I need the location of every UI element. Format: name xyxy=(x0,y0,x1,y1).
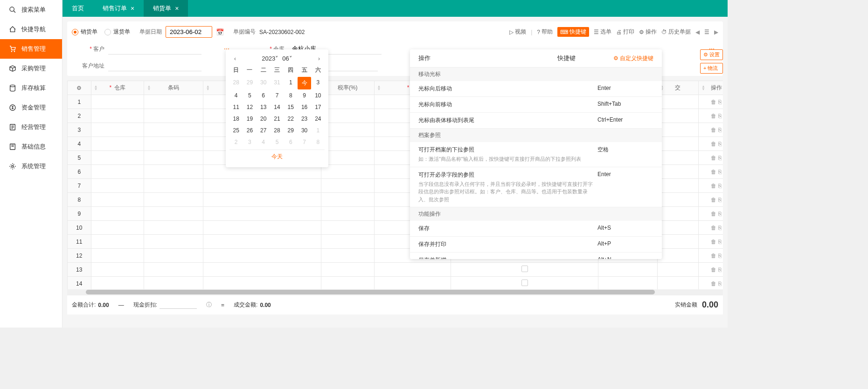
calendar-day[interactable]: 24 xyxy=(312,113,325,124)
calendar-day[interactable]: 27 xyxy=(257,125,270,136)
table-cell[interactable] xyxy=(321,207,374,221)
gift-checkbox[interactable] xyxy=(521,266,528,272)
table-cell[interactable] xyxy=(321,277,374,291)
table-cell[interactable] xyxy=(598,277,657,291)
calendar-day[interactable]: 9 xyxy=(298,90,311,101)
table-cell[interactable] xyxy=(374,263,451,277)
table-cell[interactable] xyxy=(203,235,321,249)
copy-icon[interactable]: ⎘ xyxy=(718,253,722,259)
calendar-day[interactable]: 8 xyxy=(312,136,325,148)
table-cell[interactable] xyxy=(144,193,203,207)
table-cell[interactable] xyxy=(91,137,144,151)
table-cell[interactable] xyxy=(321,109,374,123)
calendar-day[interactable]: 20 xyxy=(257,113,270,124)
calendar-icon[interactable]: 📅 xyxy=(216,28,224,36)
sidebar-item-sales[interactable]: 销售管理 xyxy=(0,39,62,59)
table-cell[interactable] xyxy=(321,179,374,193)
gift-checkbox[interactable] xyxy=(521,280,528,286)
calendar-day[interactable]: 7 xyxy=(271,90,284,101)
table-cell[interactable] xyxy=(91,165,144,179)
calendar-day[interactable]: 29 xyxy=(243,77,256,89)
help-icon[interactable]: ⓘ xyxy=(206,301,212,309)
close-icon[interactable]: × xyxy=(131,5,134,12)
table-cell[interactable] xyxy=(144,221,203,235)
copy-icon[interactable]: ⎘ xyxy=(718,99,722,105)
calendar-day[interactable]: 3 xyxy=(312,77,325,89)
copy-icon[interactable]: ⎘ xyxy=(718,155,722,161)
calendar-day[interactable]: 19 xyxy=(243,113,256,124)
delete-icon[interactable]: 🗑 xyxy=(711,197,716,203)
calendar-day[interactable]: 16 xyxy=(298,102,311,113)
calendar-day[interactable]: 6 xyxy=(257,90,270,101)
calendar-day[interactable]: 10 xyxy=(312,90,325,101)
calendar-day[interactable]: 2 xyxy=(229,136,243,148)
toolbar-operate[interactable]: ⚙操作 xyxy=(639,28,657,36)
table-cell[interactable] xyxy=(203,193,321,207)
table-cell[interactable] xyxy=(657,235,699,249)
calendar-day[interactable]: 29 xyxy=(284,125,297,136)
table-cell[interactable] xyxy=(91,249,144,263)
table-cell[interactable] xyxy=(657,193,699,207)
tab-sales-invoice[interactable]: 销货单× xyxy=(144,0,188,17)
table-cell[interactable] xyxy=(144,207,203,221)
table-cell[interactable] xyxy=(203,207,321,221)
calendar-day[interactable]: 17 xyxy=(312,102,325,113)
table-cell[interactable] xyxy=(657,123,699,137)
delete-icon[interactable]: 🗑 xyxy=(711,127,716,133)
today-button[interactable]: 今天 xyxy=(229,150,325,164)
toolbar-select[interactable]: ☰选单 xyxy=(594,28,611,36)
table-cell[interactable] xyxy=(144,151,203,165)
toolbar-list[interactable]: ☰ xyxy=(704,29,709,35)
calendar-day[interactable]: 26 xyxy=(243,125,256,136)
logistics-button[interactable]: + 物流 xyxy=(700,63,723,74)
copy-icon[interactable]: ⎘ xyxy=(718,225,722,231)
prev-month-button[interactable]: ‹ xyxy=(231,55,239,62)
calendar-day[interactable]: 25 xyxy=(229,125,243,136)
sort-icon[interactable]: ▲▼ xyxy=(377,85,381,91)
customize-shortcut-button[interactable]: ⚙自定义快捷键 xyxy=(613,55,653,62)
sort-icon[interactable]: ▲▼ xyxy=(147,85,151,91)
copy-icon[interactable]: ⎘ xyxy=(718,183,722,189)
copy-icon[interactable]: ⎘ xyxy=(718,211,722,217)
sidebar-item-search[interactable]: 搜索菜单 xyxy=(0,0,62,20)
delete-icon[interactable]: 🗑 xyxy=(711,225,716,231)
table-cell[interactable] xyxy=(91,221,144,235)
table-cell[interactable] xyxy=(598,263,657,277)
table-row[interactable]: 13🗑⎘ xyxy=(68,263,723,277)
table-cell[interactable] xyxy=(657,263,699,277)
radio-sale[interactable]: 销货单 xyxy=(72,28,97,36)
settings-button[interactable]: ⚙ 设置 xyxy=(700,49,723,60)
tab-sales-order[interactable]: 销售订单× xyxy=(93,0,144,17)
cash-discount-input[interactable] xyxy=(160,301,197,309)
table-cell[interactable] xyxy=(321,123,374,137)
year-select[interactable]: 2023˅ xyxy=(262,55,278,62)
calendar-day[interactable]: 13 xyxy=(257,102,270,113)
toolbar-prev[interactable]: ◀ xyxy=(695,29,700,35)
table-cell[interactable] xyxy=(144,95,203,109)
copy-icon[interactable]: ⎘ xyxy=(718,197,722,203)
sort-icon[interactable]: ▲▼ xyxy=(94,85,98,91)
table-cell[interactable] xyxy=(657,95,699,109)
delete-icon[interactable]: 🗑 xyxy=(711,211,716,217)
calendar-day[interactable]: 30 xyxy=(257,77,270,89)
table-cell[interactable] xyxy=(321,263,374,277)
radio-return[interactable]: 退货单 xyxy=(104,28,130,36)
calendar-day[interactable]: 5 xyxy=(271,136,284,148)
calendar-day[interactable]: 3 xyxy=(243,136,256,148)
copy-icon[interactable]: ⎘ xyxy=(718,127,722,133)
table-cell[interactable] xyxy=(657,277,699,291)
calendar-day[interactable]: 今 xyxy=(298,77,311,89)
calendar-day[interactable]: 4 xyxy=(229,90,243,101)
table-cell[interactable] xyxy=(91,193,144,207)
table-cell[interactable] xyxy=(144,249,203,263)
table-cell[interactable] xyxy=(657,249,699,263)
table-cell[interactable] xyxy=(144,277,203,291)
gear-icon[interactable]: ⚙ xyxy=(76,85,82,91)
tab-home[interactable]: 首页 xyxy=(62,0,93,17)
close-icon[interactable]: × xyxy=(175,5,179,12)
sidebar-item-finance[interactable]: 资金管理 xyxy=(0,98,62,117)
calendar-day[interactable]: 7 xyxy=(298,136,311,148)
calendar-day[interactable]: 8 xyxy=(284,90,297,101)
sort-icon[interactable]: ▲▼ xyxy=(206,85,210,91)
sidebar-item-quicknav[interactable]: 快捷导航 xyxy=(0,20,62,39)
